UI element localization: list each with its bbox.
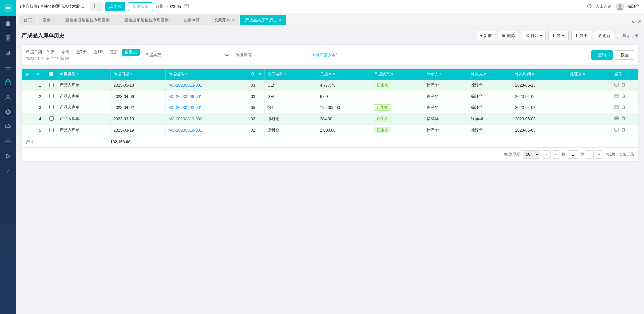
workbench-button[interactable]: 工作台 xyxy=(105,2,125,11)
delete-row-icon[interactable] xyxy=(621,93,626,99)
date-btn-1month[interactable]: 近1月 xyxy=(91,49,106,56)
sidebar-item-v[interactable]: V xyxy=(0,164,16,178)
sidebar-item-chart[interactable] xyxy=(0,46,16,60)
th-date[interactable]: 单据日期⇅ xyxy=(111,69,166,80)
page-number-input[interactable] xyxy=(567,150,579,159)
date-btn-7days[interactable]: 近7天 xyxy=(73,49,89,56)
th-warehouse-code[interactable]: 仓...⇅ xyxy=(248,69,265,80)
sidebar-item-refresh[interactable] xyxy=(0,105,16,119)
th-voucher[interactable]: 凭证号⇅ xyxy=(567,69,611,80)
th-number[interactable]: 单据编号⇅ xyxy=(166,69,248,80)
th-creator[interactable]: 制单人⇅ xyxy=(424,69,468,80)
delete-row-icon[interactable] xyxy=(621,116,626,122)
type-filter-select[interactable] xyxy=(163,51,230,59)
th-checkbox[interactable] xyxy=(46,69,57,80)
edit-icon[interactable] xyxy=(614,82,619,88)
refresh-button[interactable]: ↺ 刷新 xyxy=(594,31,614,40)
row-checkbox[interactable] xyxy=(49,94,54,98)
tab-calc[interactable]: 发票测算 × xyxy=(178,15,209,25)
date-btn-more[interactable]: 更多 xyxy=(107,49,121,56)
row-checkbox-cell[interactable] xyxy=(46,80,57,91)
row-checkbox[interactable] xyxy=(49,128,54,132)
delete-row-icon[interactable] xyxy=(621,82,626,88)
sidebar-item-play[interactable] xyxy=(0,149,16,164)
sidebar-item-document[interactable] xyxy=(0,31,16,46)
edit-icon[interactable] xyxy=(614,127,619,133)
tab-expand-icon[interactable]: ⤢ xyxy=(637,19,641,25)
help-label[interactable]: 人工咨询 xyxy=(596,4,612,9)
tab-calc-close[interactable]: × xyxy=(202,18,204,22)
delete-row-icon[interactable] xyxy=(621,127,626,133)
edit-icon[interactable] xyxy=(614,105,619,110)
per-page-select[interactable]: 50 100 xyxy=(523,150,540,159)
sidebar-item-person[interactable] xyxy=(0,90,16,105)
delete-row-icon[interactable] xyxy=(621,105,626,110)
row-checkbox-cell[interactable] xyxy=(46,125,57,136)
tab-collapse-icon[interactable]: × xyxy=(631,19,634,25)
calendar-icon[interactable] xyxy=(184,4,189,9)
row-number-link[interactable]: MC-20230402-001 xyxy=(168,105,202,110)
prev-page-button[interactable]: ‹ xyxy=(552,150,560,159)
row-number-link-cell[interactable]: MC-20230406-001 xyxy=(166,91,248,102)
tab-invoice[interactable]: 发票 × xyxy=(38,15,60,25)
row-number-link[interactable]: MC-20230319-001 xyxy=(168,128,202,133)
row-checkbox-cell[interactable] xyxy=(46,91,57,102)
sidebar-item-cloud[interactable] xyxy=(0,119,16,134)
tab-sales-vat[interactable]: 查看销项增值税专用发票 × xyxy=(60,15,119,25)
filter-settings-button[interactable]: 设置 xyxy=(615,50,634,60)
row-number-link-cell[interactable]: MC-20230402-001 xyxy=(166,102,248,113)
tab-sales-vat-close[interactable]: × xyxy=(112,18,114,22)
import-button[interactable]: ⬇ 导入 xyxy=(548,31,569,40)
app-logo[interactable] xyxy=(0,0,16,16)
print-button[interactable]: 🖨 打印 ▾ xyxy=(522,31,546,40)
sidebar-item-inventory[interactable] xyxy=(0,75,16,90)
th-modify-time[interactable]: 修改时间⇅ xyxy=(512,69,567,80)
edit-icon[interactable] xyxy=(614,93,619,99)
th-total-cost[interactable]: 总成本⇅ xyxy=(317,69,371,80)
tab-home[interactable]: 首页 xyxy=(19,15,37,25)
tab-open-close[interactable]: × xyxy=(232,18,234,22)
th-warehouse-name[interactable]: 仓库名称⇅ xyxy=(265,69,317,80)
th-status[interactable]: 单据状态⇅ xyxy=(371,69,424,80)
user-name[interactable]: 徐泽华 xyxy=(628,4,640,9)
row-checkbox[interactable] xyxy=(49,105,54,109)
select-all-checkbox[interactable] xyxy=(49,72,53,76)
tab-product-history[interactable]: 产成品入库单历史 × xyxy=(240,15,286,25)
row-checkbox[interactable] xyxy=(49,116,54,121)
date-btn-yesterday[interactable]: 昨天 xyxy=(44,49,57,56)
tab-purchase-vat[interactable]: 查看进项增值税专用发票 × xyxy=(119,15,178,25)
row-number-link-cell[interactable]: MC-20230319-002 xyxy=(166,113,248,125)
row-number-link-cell[interactable]: MC-20230513-001 xyxy=(166,80,248,91)
date-btn-custom[interactable]: 自定义 xyxy=(122,49,140,56)
tab-open[interactable]: 发票开具 × xyxy=(209,15,239,25)
tab-purchase-vat-close[interactable]: × xyxy=(171,18,173,22)
next-page-button[interactable]: › xyxy=(586,150,594,159)
date-btn-today[interactable]: 今天 xyxy=(59,49,72,56)
row-number-link-cell[interactable]: MC-20230319-001 xyxy=(166,125,248,136)
row-number-link[interactable]: MC-20230406-001 xyxy=(168,94,202,99)
number-filter-input[interactable] xyxy=(254,51,307,59)
query-button[interactable]: 查询 xyxy=(591,50,613,60)
first-page-button[interactable]: « xyxy=(543,150,551,159)
switch-version-button[interactable]: 切到旧版 xyxy=(128,2,153,11)
sidebar-item-settings[interactable] xyxy=(0,60,16,75)
row-number-link[interactable]: MC-20230513-001 xyxy=(168,83,202,88)
th-type[interactable]: 单据类型⇅ xyxy=(57,69,111,80)
edit-icon[interactable] xyxy=(614,116,619,122)
row-checkbox-cell[interactable] xyxy=(46,102,57,113)
tab-invoice-close[interactable]: × xyxy=(53,18,55,22)
new-button[interactable]: + 新增 xyxy=(477,31,495,40)
row-checkbox-cell[interactable] xyxy=(46,113,57,125)
last-page-button[interactable]: » xyxy=(595,150,603,159)
display-toggle-checkbox[interactable] xyxy=(617,34,621,38)
sidebar-item-gear[interactable] xyxy=(0,134,16,149)
expand-filter-button[interactable]: ▾ 展开更多条件 xyxy=(313,52,339,58)
delete-button[interactable]: 🗑 删除 xyxy=(498,31,519,40)
row-number-link[interactable]: MC-20230319-002 xyxy=(168,117,202,121)
export-button[interactable]: ⬆ 导出 xyxy=(571,31,591,40)
document-icon-btn[interactable] xyxy=(90,2,103,11)
sidebar-item-home[interactable] xyxy=(0,16,16,31)
row-checkbox[interactable] xyxy=(49,83,54,87)
tab-product-history-close[interactable]: × xyxy=(279,18,281,22)
th-modifier[interactable]: 修改人⇅ xyxy=(468,69,512,80)
